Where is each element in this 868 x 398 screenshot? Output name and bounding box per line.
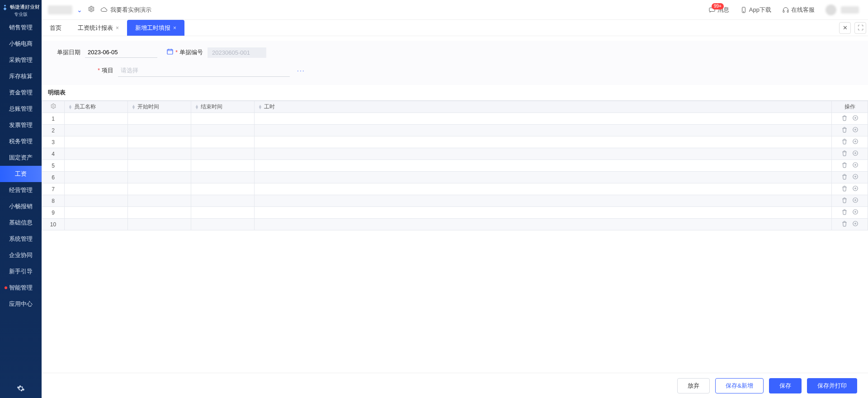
org-settings-icon[interactable] <box>88 5 95 14</box>
sidebar-item-7[interactable]: 税务管理 <box>0 133 42 150</box>
sidebar-item-17[interactable]: 应用中心 <box>0 296 42 312</box>
sidebar-item-16[interactable]: 智能管理 <box>0 280 42 296</box>
sidebar-item-8[interactable]: 固定资产 <box>0 150 42 166</box>
cell-hours[interactable] <box>255 183 832 195</box>
row-delete-icon[interactable] <box>841 162 848 169</box>
cell-start[interactable] <box>128 183 191 195</box>
tab-0[interactable]: 首页 <box>42 20 70 36</box>
cell-end[interactable] <box>191 148 255 160</box>
save-and-new-button[interactable]: 保存&新增 <box>715 378 764 393</box>
cell-end[interactable] <box>191 207 255 219</box>
cell-employee[interactable] <box>65 183 128 195</box>
cell-start[interactable] <box>128 148 191 160</box>
cell-start[interactable] <box>128 160 191 172</box>
cell-start[interactable] <box>128 219 191 230</box>
row-delete-icon[interactable] <box>841 173 848 181</box>
row-delete-icon[interactable] <box>841 126 848 134</box>
row-add-icon[interactable] <box>852 197 859 205</box>
cell-employee[interactable] <box>65 195 128 207</box>
cell-end[interactable] <box>191 113 255 125</box>
tab-close-icon[interactable]: × <box>116 25 119 31</box>
sidebar-item-14[interactable]: 企业协同 <box>0 247 42 263</box>
sidebar-item-2[interactable]: 采购管理 <box>0 52 42 68</box>
project-more-icon[interactable]: ··· <box>297 67 305 74</box>
cell-hours[interactable] <box>255 125 832 136</box>
row-add-icon[interactable] <box>852 185 859 193</box>
project-input[interactable] <box>118 64 290 77</box>
row-delete-icon[interactable] <box>841 185 848 193</box>
cell-employee[interactable] <box>65 113 128 125</box>
doc-date-input[interactable] <box>85 47 166 57</box>
cell-end[interactable] <box>191 219 255 230</box>
cell-employee[interactable] <box>65 125 128 136</box>
sidebar-item-9[interactable]: 工资 <box>0 166 42 182</box>
calendar-icon[interactable] <box>166 48 174 56</box>
cell-end[interactable] <box>191 172 255 183</box>
row-delete-icon[interactable] <box>841 138 848 146</box>
sidebar-item-1[interactable]: 小畅电商 <box>0 36 42 52</box>
demo-link[interactable]: 我要看实例演示 <box>100 6 151 14</box>
messages-button[interactable]: 99+ 消息 <box>706 6 732 14</box>
sidebar-item-5[interactable]: 总账管理 <box>0 101 42 117</box>
cell-employee[interactable] <box>65 148 128 160</box>
col-start-time[interactable]: ▲▼开始时间 <box>128 101 191 113</box>
discard-button[interactable]: 放弃 <box>677 378 710 393</box>
tab-2[interactable]: 新增工时填报× <box>127 20 184 36</box>
row-add-icon[interactable] <box>852 150 859 158</box>
sidebar-item-11[interactable]: 小畅报销 <box>0 198 42 215</box>
sidebar-item-4[interactable]: 资金管理 <box>0 84 42 101</box>
cell-start[interactable] <box>128 195 191 207</box>
cell-start[interactable] <box>128 125 191 136</box>
cell-start[interactable] <box>128 113 191 125</box>
support-button[interactable]: 在线客服 <box>779 6 817 14</box>
cell-end[interactable] <box>191 136 255 148</box>
cell-end[interactable] <box>191 125 255 136</box>
row-add-icon[interactable] <box>852 162 859 169</box>
row-add-icon[interactable] <box>852 173 859 181</box>
cell-start[interactable] <box>128 136 191 148</box>
cell-hours[interactable] <box>255 160 832 172</box>
sidebar-item-6[interactable]: 发票管理 <box>0 117 42 133</box>
cell-hours[interactable] <box>255 172 832 183</box>
cell-hours[interactable] <box>255 148 832 160</box>
row-add-icon[interactable] <box>852 115 859 122</box>
cell-start[interactable] <box>128 207 191 219</box>
row-add-icon[interactable] <box>852 220 859 228</box>
fullscreen-button[interactable]: ⛶ <box>854 22 866 34</box>
cell-employee[interactable] <box>65 136 128 148</box>
row-delete-icon[interactable] <box>841 220 848 228</box>
cell-hours[interactable] <box>255 219 832 230</box>
org-selector[interactable]: ⌄ <box>48 5 82 14</box>
sidebar-settings-icon[interactable] <box>17 384 25 394</box>
cell-hours[interactable] <box>255 113 832 125</box>
cell-end[interactable] <box>191 183 255 195</box>
cell-employee[interactable] <box>65 172 128 183</box>
cell-end[interactable] <box>191 160 255 172</box>
table-config-button[interactable] <box>42 101 65 113</box>
tab-close-icon[interactable]: × <box>173 25 176 31</box>
app-download-button[interactable]: App下载 <box>737 6 774 14</box>
close-tab-button[interactable]: ✕ <box>839 22 851 34</box>
row-delete-icon[interactable] <box>841 197 848 205</box>
col-end-time[interactable]: ▲▼结束时间 <box>191 101 255 113</box>
save-and-print-button[interactable]: 保存并打印 <box>807 378 857 393</box>
cell-start[interactable] <box>128 172 191 183</box>
cell-employee[interactable] <box>65 219 128 230</box>
sidebar-item-10[interactable]: 经营管理 <box>0 182 42 198</box>
tab-1[interactable]: 工资统计报表× <box>70 20 127 36</box>
col-employee-name[interactable]: ▲▼员工名称 <box>65 101 128 113</box>
cell-employee[interactable] <box>65 207 128 219</box>
row-add-icon[interactable] <box>852 209 859 216</box>
row-delete-icon[interactable] <box>841 115 848 122</box>
cell-hours[interactable] <box>255 195 832 207</box>
sidebar-item-0[interactable]: 销售管理 <box>0 19 42 36</box>
row-delete-icon[interactable] <box>841 150 848 158</box>
cell-hours[interactable] <box>255 136 832 148</box>
sidebar-item-15[interactable]: 新手引导 <box>0 263 42 280</box>
row-add-icon[interactable] <box>852 126 859 134</box>
cell-hours[interactable] <box>255 207 832 219</box>
sidebar-item-3[interactable]: 库存核算 <box>0 68 42 84</box>
sidebar-item-12[interactable]: 基础信息 <box>0 215 42 231</box>
user-menu[interactable] <box>823 5 862 15</box>
row-add-icon[interactable] <box>852 138 859 146</box>
